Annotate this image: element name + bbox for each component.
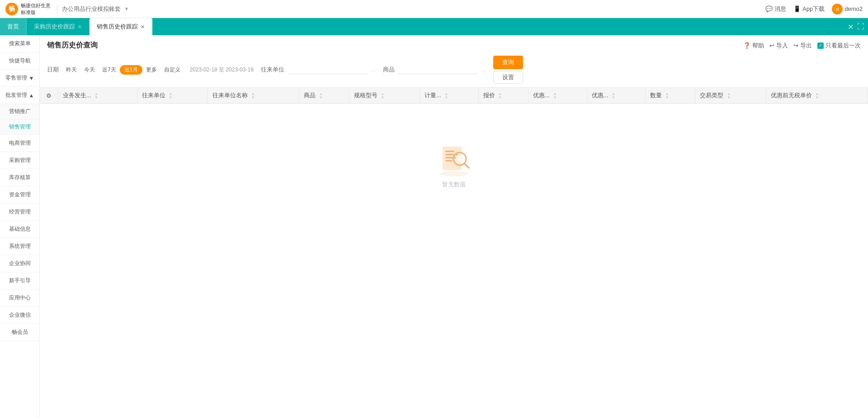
partner-filter-dots[interactable]: ... [371,66,376,73]
th-biz-date[interactable]: 业务发生... ▲▼ [58,88,137,104]
svg-point-0 [440,171,467,176]
goods-filter-input[interactable] [398,65,478,74]
sidebar-item-enterprise[interactable]: 企业协同 [0,255,39,272]
sidebar-item-inventory[interactable]: 库存核算 [0,169,39,186]
table-header: ⚙ 业务发生... ▲▼ 往来单位 ▲▼ 往来单位名称 ▲▼ [40,88,868,104]
sidebar-item-basic[interactable]: 基础信息 [0,221,39,238]
table-header-row: ⚙ 业务发生... ▲▼ 往来单位 ▲▼ 往来单位名称 ▲▼ [40,88,868,104]
date-filter-group: 日期 昨天 今天 近7天 近1月 更多 自定义 2023-02-18 至 202… [47,65,254,75]
sort-arrows-biz-date: ▲▼ [94,92,98,100]
th-spec[interactable]: 规格型号 ▲▼ [349,88,420,104]
help-icon: ❓ [743,42,750,49]
svg-point-7 [456,155,464,163]
import-icon: ↩ [769,42,774,49]
th-partner-code[interactable]: 往来单位 ▲▼ [137,88,208,104]
app-dropdown-icon[interactable]: ▼ [124,6,129,11]
tab-sales-history[interactable]: 销售历史价跟踪 ✕ [90,18,152,35]
app-download-button[interactable]: 📱 App下载 [793,5,825,13]
page-title: 销售历史价查询 [47,41,98,50]
sidebar-item-system[interactable]: 系统管理 [0,238,39,255]
empty-state-icon [434,140,474,180]
import-button[interactable]: ↩ 导入 [769,42,788,50]
sales-history-tab-label: 销售历史价跟踪 [97,23,138,31]
export-button[interactable]: ↪ 导出 [793,42,812,50]
sidebar-item-retail[interactable]: 零售管理 ▼ [0,70,39,87]
partner-filter-input[interactable] [288,65,368,74]
goods-filter-dots[interactable]: ... [481,66,486,73]
sidebar-item-guide[interactable]: 新手引导 [0,272,39,290]
filter-row: 日期 昨天 今天 近7天 近1月 更多 自定义 2023-02-18 至 202… [47,56,861,84]
query-button[interactable]: 查询 [493,56,523,69]
sort-arrows-quote: ▲▼ [498,92,502,100]
date-today-btn[interactable]: 今天 [80,65,99,75]
action-buttons: 查询 设置 [493,56,523,84]
svg-rect-2 [445,151,454,152]
date-custom-btn[interactable]: 自定义 [160,65,184,75]
sidebar-item-shortcut[interactable]: 快捷导航 [0,52,39,70]
sort-arrows-goods: ▲▼ [319,92,323,100]
only-last-checkbox[interactable] [817,43,824,49]
sort-arrows-trade-type: ▲▼ [727,92,731,100]
only-last-checkbox-area[interactable]: 只看最后一次 [817,42,861,50]
sales-history-tab-close[interactable]: ✕ [141,24,145,30]
home-tab-label: 首页 [7,23,19,31]
sort-arrows-unit: ▲▼ [445,92,448,100]
sidebar-item-search[interactable]: 搜索菜单 [0,35,39,52]
th-quote[interactable]: 报价 ▲▼ [478,88,528,104]
th-quantity[interactable]: 数量 ▲▼ [646,88,695,104]
empty-state-row: 暂无数据 [40,104,868,225]
sidebar-item-sales-mgmt[interactable]: 销售管理 [0,119,39,135]
tab-purchase-history[interactable]: 采购历史价跟踪 ✕ [27,18,90,35]
topbar-left: 畅 畅捷信好生意 标准版 办公用品行业模拟账套 ▼ [5,2,129,15]
sort-arrows-partner-name: ▲▼ [251,92,255,100]
partner-filter-label: 往来单位 [261,66,284,74]
date-yesterday-btn[interactable]: 昨天 [62,65,80,75]
sort-arrows-discount2: ▲▼ [612,92,615,100]
data-table: ⚙ 业务发生... ▲▼ 往来单位 ▲▼ 往来单位名称 ▲▼ [40,88,868,225]
date-filter-buttons: 昨天 今天 近7天 近1月 更多 自定义 [62,65,184,75]
sidebar-item-marketing[interactable]: 营销推广 [0,104,39,119]
th-discount1[interactable]: 优惠... ▲▼ [528,88,587,104]
date-more-btn[interactable]: 更多 [142,65,160,75]
page-actions: ❓ 帮助 ↩ 导入 ↪ 导出 只看最后一次 [743,42,861,50]
th-goods[interactable]: 商品 ▲▼ [299,88,349,104]
purchase-history-tab-close[interactable]: ✕ [78,24,82,30]
empty-state-cell: 暂无数据 [40,104,868,225]
tabbar: 首页 采购历史价跟踪 ✕ 销售历史价跟踪 ✕ ✕ ⛶ [0,18,868,35]
sidebar-item-app-center[interactable]: 应用中心 [0,290,39,307]
message-icon: 💬 [765,5,773,12]
help-button[interactable]: ❓ 帮助 [743,42,764,50]
sidebar-item-wholesale[interactable]: 批发管理 ▲ [0,87,39,104]
sidebar-item-member[interactable]: 畅会员 [0,324,39,341]
th-trade-type[interactable]: 交易类型 ▲▼ [695,88,766,104]
th-discount2[interactable]: 优惠... ▲▼ [587,88,646,104]
gear-icon: ⚙ [46,92,52,99]
sort-arrows-partner: ▲▼ [169,92,173,100]
th-pretax-price[interactable]: 优惠前无税单价 ▲▼ [766,88,868,104]
sidebar-item-wechat[interactable]: 企业微信 [0,307,39,324]
sidebar-item-purchase[interactable]: 采购管理 [0,152,39,169]
date-1month-btn[interactable]: 近1月 [120,65,143,75]
goods-filter-label: 商品 [383,66,395,74]
message-button[interactable]: 💬 消息 [765,5,786,13]
wholesale-arrow-icon: ▲ [29,92,34,99]
avatar: d [832,4,843,14]
tab-home[interactable]: 首页 [0,18,27,35]
user-avatar-button[interactable]: d demo2 [832,4,863,14]
shortcut-label: 快捷导航 [9,57,31,65]
sidebar-item-ecommerce[interactable]: 电商管理 [0,135,39,152]
goods-filter-group: 商品 ... [383,65,486,74]
date-7days-btn[interactable]: 近7天 [99,65,120,75]
date-filter-label: 日期 [47,66,59,74]
sort-arrows-discount1: ▲▼ [553,92,557,100]
th-unit[interactable]: 计量... ▲▼ [420,88,479,104]
settings-button[interactable]: 设置 [493,71,523,84]
sidebar-item-operation[interactable]: 经营管理 [0,204,39,221]
th-settings[interactable]: ⚙ [40,88,58,104]
export-icon: ↪ [793,42,798,49]
sidebar-item-finance[interactable]: 资金管理 [0,186,39,204]
close-all-tabs-button[interactable]: ✕ [848,23,854,31]
sort-arrows-pretax: ▲▼ [815,92,819,100]
maximize-button[interactable]: ⛶ [857,23,864,31]
th-partner-name[interactable]: 往来单位名称 ▲▼ [208,88,299,104]
